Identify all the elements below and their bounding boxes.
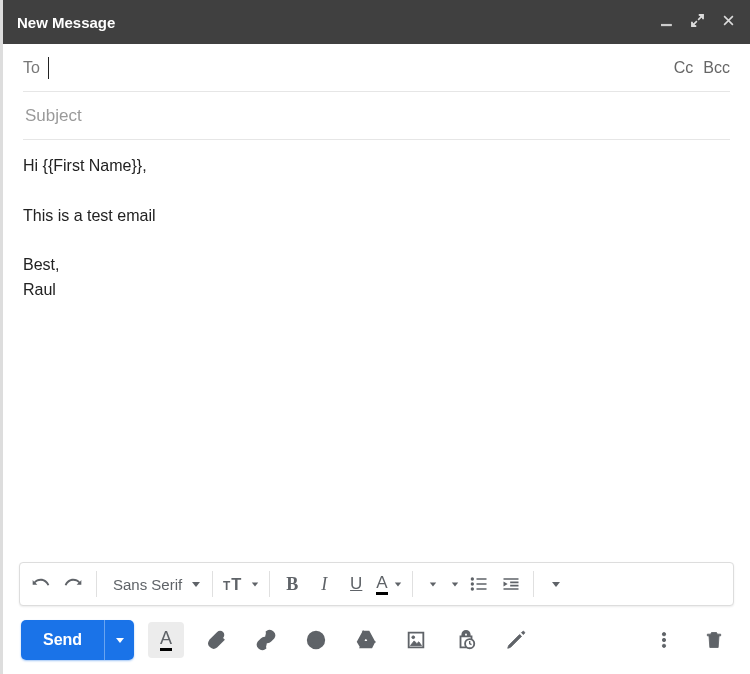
cc-button[interactable]: Cc — [674, 59, 694, 77]
bulleted-list-button[interactable] — [463, 566, 495, 602]
separator — [533, 571, 534, 597]
recipients-row[interactable]: To Cc Bcc — [23, 44, 730, 92]
image-icon — [405, 629, 427, 651]
chevron-down-icon — [429, 582, 435, 586]
insert-photo-button[interactable] — [398, 622, 434, 658]
svg-point-4 — [470, 582, 473, 585]
separator — [269, 571, 270, 597]
titlebar: New Message — [3, 0, 750, 44]
chevron-down-icon — [451, 582, 457, 586]
svg-point-9 — [412, 636, 415, 639]
bold-button[interactable]: B — [276, 566, 308, 602]
separator — [412, 571, 413, 597]
insert-emoji-button[interactable] — [298, 622, 334, 658]
text-format-icon: A — [160, 629, 172, 651]
numbered-list-button[interactable] — [441, 566, 463, 602]
svg-rect-0 — [662, 24, 672, 26]
redo-button[interactable] — [58, 566, 90, 602]
emoji-icon — [305, 629, 327, 651]
lock-clock-icon — [455, 629, 477, 651]
separator — [96, 571, 97, 597]
chevron-down-icon — [394, 582, 400, 586]
bcc-button[interactable]: Bcc — [703, 59, 730, 77]
compose-window: New Message To Cc Bcc — [0, 0, 750, 674]
window-controls — [659, 13, 736, 31]
send-button[interactable]: Send — [21, 620, 104, 660]
subject-input[interactable] — [23, 101, 730, 131]
link-icon — [255, 629, 277, 651]
svg-point-3 — [470, 577, 473, 580]
toggle-formatting-button[interactable]: A — [148, 622, 184, 658]
send-options-button[interactable] — [104, 620, 134, 660]
cc-bcc-group: Cc Bcc — [674, 59, 730, 77]
to-input[interactable] — [49, 55, 674, 81]
trash-icon — [704, 630, 724, 650]
chevron-down-icon — [252, 582, 258, 586]
pen-icon — [505, 629, 527, 651]
font-size-button[interactable]: T T — [219, 566, 263, 602]
paperclip-icon — [205, 629, 227, 651]
svg-point-12 — [662, 638, 665, 641]
message-body[interactable]: Hi {{First Name}}, This is a test email … — [3, 140, 750, 562]
undo-button[interactable] — [26, 566, 58, 602]
more-vertical-icon — [654, 630, 674, 650]
svg-point-6 — [308, 632, 325, 649]
insert-link-button[interactable] — [248, 622, 284, 658]
minimize-icon[interactable] — [659, 13, 674, 31]
font-family-label: Sans Serif — [113, 576, 182, 593]
svg-point-5 — [470, 587, 473, 590]
action-bar: Send A — [3, 606, 750, 674]
chevron-down-icon — [116, 638, 124, 643]
to-label: To — [23, 59, 40, 77]
chevron-down-icon — [192, 582, 200, 587]
confidential-mode-button[interactable] — [448, 622, 484, 658]
insert-signature-button[interactable] — [498, 622, 534, 658]
font-family-picker[interactable]: Sans Serif — [103, 566, 206, 602]
outdent-button[interactable] — [495, 566, 527, 602]
attach-file-button[interactable] — [198, 622, 234, 658]
send-button-group: Send — [21, 620, 134, 660]
drive-icon — [355, 629, 377, 651]
separator — [212, 571, 213, 597]
window-title: New Message — [17, 14, 659, 31]
formatting-toolbar: Sans Serif T T B I U A — [19, 562, 734, 606]
insert-drive-button[interactable] — [348, 622, 384, 658]
more-formatting-button[interactable] — [540, 566, 572, 602]
svg-text:T: T — [223, 579, 231, 593]
underline-button[interactable]: U — [340, 566, 372, 602]
formatting-toolbar-wrap: Sans Serif T T B I U A — [3, 562, 750, 606]
svg-text:T: T — [231, 575, 241, 593]
align-button[interactable] — [419, 566, 441, 602]
svg-point-11 — [662, 633, 665, 636]
discard-draft-button[interactable] — [696, 622, 732, 658]
svg-point-13 — [662, 644, 665, 647]
svg-point-8 — [318, 637, 320, 639]
fullscreen-icon[interactable] — [690, 13, 705, 31]
chevron-down-icon — [552, 582, 560, 587]
text-color-button[interactable]: A — [372, 566, 405, 602]
italic-button[interactable]: I — [308, 566, 340, 602]
svg-point-7 — [312, 637, 314, 639]
subject-row — [23, 92, 730, 140]
more-options-button[interactable] — [646, 622, 682, 658]
close-icon[interactable] — [721, 13, 736, 31]
